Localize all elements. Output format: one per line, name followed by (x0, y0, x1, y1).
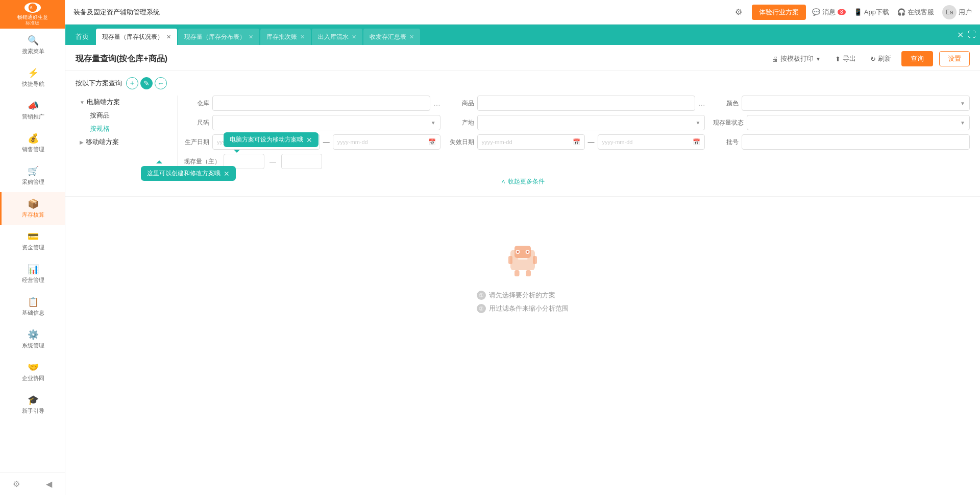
filter-section: ▼ 电脑端方案 按商品 按规格 ▶ 移动端方案 (76, 96, 970, 173)
sidebar-collapse-btn[interactable]: ◀ (46, 479, 52, 489)
sidebar-item-system[interactable]: ⚙️ 系统管理 (0, 323, 65, 356)
stock-qty-end[interactable] (281, 154, 322, 169)
inventory-icon: 📦 (28, 198, 39, 209)
sidebar-item-quick-nav[interactable]: ⚡ 快捷导航 (0, 61, 65, 94)
scheme-item-goods[interactable]: 按商品 (86, 109, 171, 122)
sidebar-item-label: 快捷导航 (22, 80, 44, 88)
page-header-actions: 🖨 按模板打印 ▼ ⬆ 导出 ↻ 刷新 查询 设置 (768, 51, 970, 66)
edit-scheme-btn[interactable]: ✎ (140, 77, 153, 89)
tab-close-all-icon[interactable]: ✕ (957, 30, 964, 40)
filter-col-color: 颜色 ▼ (713, 96, 970, 111)
tooltip-text: 电脑方案可设为移动方案哦 (230, 135, 303, 144)
print-dropdown-icon: ▼ (816, 56, 821, 62)
scheme-desktop-label: 电脑端方案 (87, 98, 120, 107)
tooltip-desktop-to-mobile: 电脑方案可设为移动方案哦 ✕ (224, 132, 318, 147)
add-scheme-btn[interactable]: ＋ (126, 77, 138, 89)
svg-rect-11 (514, 270, 520, 276)
produce-date-end[interactable]: yyyy-mm-dd 📅 (333, 134, 440, 150)
message-action[interactable]: 💬 消息 8 (812, 8, 846, 17)
sidebar-item-inventory[interactable]: 📦 库存核算 (0, 192, 65, 225)
expire-date-start[interactable]: yyyy-mm-dd 📅 (477, 134, 585, 150)
settings-button[interactable]: ⚙ (731, 5, 746, 19)
scheme-mobile-group[interactable]: ▶ 移动端方案 (76, 135, 171, 149)
app-download-action[interactable]: 📱 App下载 (854, 8, 889, 17)
page-header: 现存量查询(按仓库+商品) 🖨 按模板打印 ▼ ⬆ 导出 ↻ 刷新 查询 设置 (65, 45, 980, 71)
scheme-mobile-label: 移动端方案 (86, 137, 119, 147)
online-support-action[interactable]: 🎧 在线客服 (897, 8, 934, 17)
svg-rect-8 (518, 258, 527, 260)
tab-close-icon[interactable]: ✕ (166, 34, 171, 40)
sidebar-item-finance[interactable]: 💳 资金管理 (0, 225, 65, 257)
sidebar-item-sales[interactable]: 💰 销售管理 (0, 127, 65, 159)
chevron-up-icon: ∧ (501, 178, 506, 185)
expire-date-placeholder: yyyy-mm-dd (482, 139, 512, 145)
warehouse-label: 仓库 (184, 99, 209, 108)
size-select[interactable]: ▼ (212, 115, 440, 130)
sidebar-item-guide[interactable]: 🎓 新手引导 (0, 388, 65, 421)
batch-no-input[interactable] (742, 134, 970, 150)
tab-close-icon[interactable]: ✕ (352, 34, 356, 40)
sidebar-item-purchase[interactable]: 🛒 采购管理 (0, 159, 65, 192)
tab-home-label: 首页 (76, 32, 89, 41)
sidebar-item-base-info[interactable]: 📋 基础信息 (0, 290, 65, 323)
search-button[interactable]: 查询 (901, 51, 933, 66)
message-icon: 💬 (812, 8, 820, 16)
tab-maximize-icon[interactable]: ⛶ (968, 30, 976, 39)
collapse-label: 收起更多条件 (508, 178, 545, 185)
tab-inout-flow[interactable]: 出入库流水 ✕ (312, 29, 362, 45)
print-button[interactable]: 🖨 按模板打印 ▼ (768, 52, 825, 65)
sidebar-settings-btn[interactable]: ⚙ (13, 479, 20, 489)
message-badge: 8 (838, 9, 846, 15)
tooltip-create-scheme: 这里可以创建和修改方案哦 ✕ (141, 166, 236, 181)
tab-inventory-dist[interactable]: 现存量（库存分布表） ✕ (178, 29, 259, 45)
export-button[interactable]: ⬆ 导出 (831, 52, 860, 65)
tab-inventory-status[interactable]: 现存量（库存状况表） ✕ (96, 29, 177, 45)
industry-plan-button[interactable]: 体验行业方案 (752, 5, 806, 20)
tab-label: 库存批次账 (266, 33, 297, 41)
scheme-item-spec[interactable]: 按规格 (86, 122, 171, 135)
sidebar-item-search-menu[interactable]: 🔍 搜索菜单 (0, 29, 65, 61)
tooltip-close-btn[interactable]: ✕ (224, 170, 230, 178)
warehouse-input[interactable] (212, 96, 430, 111)
sidebar-item-label: 营销推广 (22, 113, 44, 121)
tab-close-icon[interactable]: ✕ (300, 34, 305, 40)
sidebar-item-label: 库存核算 (22, 211, 44, 219)
scheme-desktop-group[interactable]: ▼ 电脑端方案 (76, 96, 171, 109)
refresh-button[interactable]: ↻ 刷新 (866, 52, 895, 65)
batch-no-label: 批号 (713, 138, 739, 147)
svg-text:6: 6 (30, 5, 33, 10)
origin-select[interactable]: ▼ (477, 115, 705, 130)
expire-date-end[interactable]: yyyy-mm-dd 📅 (598, 134, 705, 150)
filter-col-stock-qty: 现存量（主） — (184, 154, 970, 169)
sidebar-item-operations[interactable]: 📊 经营管理 (0, 257, 65, 290)
tip-num-2: ② (477, 304, 486, 313)
color-select[interactable]: ▼ (742, 96, 970, 111)
back-scheme-btn[interactable]: ← (155, 77, 167, 89)
cooperation-icon: 🤝 (28, 362, 39, 373)
color-label: 颜色 (713, 99, 739, 108)
tab-home[interactable]: 首页 (69, 29, 95, 45)
filter-scheme-btns: ＋ ✎ ← (126, 77, 167, 89)
system-title: 装备及固定资产辅助管理系统 (74, 8, 725, 17)
tab-receive-summary[interactable]: 收发存汇总表 ✕ (363, 29, 420, 45)
tab-close-icon[interactable]: ✕ (409, 34, 414, 40)
print-icon: 🖨 (772, 55, 778, 63)
sidebar-item-cooperation[interactable]: 🤝 企业协同 (0, 356, 65, 388)
system-icon: ⚙️ (28, 329, 39, 340)
tabs-bar: 首页 现存量（库存状况表） ✕ 现存量（库存分布表） ✕ 库存批次账 ✕ 出入库… (65, 25, 980, 45)
goods-dots[interactable]: ... (698, 99, 705, 108)
sidebar-item-label: 销售管理 (22, 146, 44, 153)
user-avatar-btn[interactable]: Ea 用户 (942, 5, 972, 19)
tab-close-icon[interactable]: ✕ (249, 34, 253, 40)
tooltip-close-btn[interactable]: ✕ (306, 136, 312, 144)
filter-row-4: 现存量（主） — (184, 154, 970, 169)
tab-label: 收发存汇总表 (370, 33, 406, 41)
goods-input[interactable] (477, 96, 695, 111)
warehouse-dots[interactable]: ... (433, 99, 440, 108)
tab-batch-ledger[interactable]: 库存批次账 ✕ (260, 29, 311, 45)
reset-button[interactable]: 设置 (939, 51, 970, 66)
filter-area: 按以下方案查询 ＋ ✎ ← 电脑方案可设为移动方案哦 ✕ ▼ (65, 71, 980, 197)
stock-status-select[interactable]: ▼ (747, 115, 970, 130)
sidebar-item-marketing[interactable]: 📣 营销推广 (0, 94, 65, 127)
message-label: 消息 (822, 8, 836, 17)
